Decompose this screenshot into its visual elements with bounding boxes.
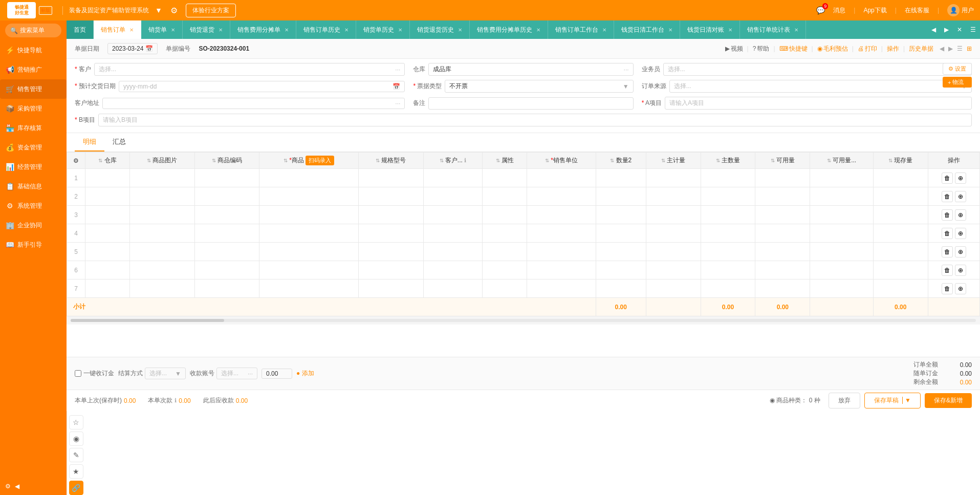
date-field[interactable]: 2023-03-24 📅 — [107, 43, 158, 54]
save-draft-btn[interactable]: 保存草稿 ▼ — [864, 393, 921, 408]
row-copy-btn[interactable]: ⊕ — [955, 209, 966, 221]
salesperson-input[interactable]: 选择... ··· — [663, 63, 972, 76]
view-grid-btn[interactable]: ⊞ — [967, 45, 972, 52]
footer-amount[interactable]: 0.00 — [262, 369, 292, 379]
tab-close-icon[interactable]: ✕ — [728, 27, 732, 33]
col-settings-header[interactable]: ⚙ — [67, 153, 85, 169]
row-copy-btn[interactable]: ⊕ — [955, 228, 966, 239]
user-menu[interactable]: 👤 用户 — [947, 4, 974, 16]
row-copy-btn[interactable]: ⊕ — [955, 246, 966, 257]
row-copy-btn[interactable]: ⊕ — [955, 191, 966, 202]
row-delete-btn[interactable]: 🗑 — [942, 173, 953, 184]
save-draft-dropdown-icon[interactable]: ▼ — [902, 397, 911, 404]
customer-ellipsis[interactable]: ··· — [395, 66, 400, 73]
discard-btn[interactable]: 放弃 — [829, 393, 860, 408]
invoice-type-select[interactable]: 不开票 ▼ — [445, 80, 633, 93]
industry-btn[interactable]: 体验行业方案 — [186, 4, 236, 17]
tab-menu-btn[interactable]: ☰ — [966, 26, 980, 33]
col-available2-header[interactable]: ⇅ 可用量... — [810, 153, 873, 169]
col-stock-header[interactable]: ⇅ 现存量 — [873, 153, 928, 169]
sidebar-item-finance[interactable]: 💰 资金管理 — [0, 138, 67, 157]
tab-sales-return[interactable]: 销货退货 ✕ — [183, 20, 230, 39]
warehouse-input[interactable]: 成品库 ··· — [428, 63, 633, 76]
one-click-checkbox[interactable]: 一键收订金 — [75, 369, 114, 378]
tab-expense-history[interactable]: 销售费用分摊单历史 ✕ — [470, 20, 548, 39]
print-link[interactable]: 🖨 打印 — [858, 45, 877, 53]
tab-close-icon[interactable]: ✕ — [668, 27, 672, 33]
tab-close-all-btn[interactable]: ✕ — [953, 26, 966, 33]
tab-detail[interactable]: 明细 — [75, 133, 104, 152]
row-delete-btn[interactable]: 🗑 — [942, 265, 953, 276]
col-available-header[interactable]: ⇅ 可用量 — [755, 153, 810, 169]
tab-next-btn[interactable]: ▶ — [940, 26, 953, 33]
payment-method-select[interactable]: 选择... ▼ — [145, 368, 186, 379]
history-link[interactable]: 历史单据 — [909, 45, 933, 53]
sidebar-item-marketing[interactable]: 📢 营销推广 — [0, 60, 67, 79]
sidebar-item-operations[interactable]: 📊 经营管理 — [0, 157, 67, 177]
warehouse-ellipsis[interactable]: ··· — [624, 66, 629, 73]
profit-link[interactable]: ◉ 毛利预估 — [817, 45, 848, 53]
a-project-input[interactable]: 请输入A项目 — [665, 97, 972, 110]
col-unit-header[interactable]: ⇅ *销售单位 — [527, 153, 596, 169]
sidebar-item-system[interactable]: ⚙ 系统管理 — [0, 196, 67, 216]
col-main-unit-header[interactable]: ⇅ 主计量 — [646, 153, 701, 169]
scrollbar-thumb[interactable] — [71, 319, 224, 322]
delivery-date-input[interactable]: yyyy-mm-dd 📅 — [119, 81, 405, 92]
one-click-checkbox-input[interactable] — [75, 370, 81, 377]
tab-sales-order-history[interactable]: 销售订单历史 ✕ — [296, 20, 356, 39]
tab-home[interactable]: 首页 — [67, 20, 94, 39]
online-service-link[interactable]: 在线客服 — [905, 6, 929, 15]
operation-link[interactable]: 操作 — [887, 45, 899, 53]
col-product-image-header[interactable]: ⇅ 商品图片 — [129, 153, 194, 169]
row-delete-btn[interactable]: 🗑 — [942, 228, 953, 239]
tab-close-icon[interactable]: ✕ — [285, 27, 289, 33]
remarks-input[interactable] — [428, 97, 633, 110]
sidebar-item-enterprise[interactable]: 🏢 企业协同 — [0, 216, 67, 235]
nav-prev-btn[interactable]: ◀ — [940, 45, 944, 52]
shortcut-link[interactable]: ⌨ 快捷键 — [779, 45, 808, 53]
tab-sales-list-history[interactable]: 销货单历史 ✕ — [356, 20, 410, 39]
tab-prev-btn[interactable]: ◀ — [927, 26, 940, 33]
message-label[interactable]: 消息 — [833, 6, 845, 15]
settings-form-btn[interactable]: ⚙ 设置 — [943, 63, 972, 75]
right-panel-btn-5[interactable]: 🔗 — [69, 481, 83, 495]
nav-next-btn[interactable]: ▶ — [948, 45, 953, 52]
tab-daily-workbench[interactable]: 钱货日清工作台 ✕ — [614, 20, 680, 39]
app-download-link[interactable]: App下载 — [863, 6, 886, 15]
col-customer-code-header[interactable]: ⇅ 客户... ℹ — [423, 153, 483, 169]
right-panel-btn-3[interactable]: ✎ — [69, 448, 83, 462]
receipt-account-select[interactable]: 选择... ··· — [216, 368, 257, 379]
save-new-btn[interactable]: 保存&新增 — [925, 393, 972, 408]
sidebar-item-quick-nav[interactable]: ⚡ 快捷导航 — [0, 40, 67, 60]
tab-close-icon[interactable]: ✕ — [219, 27, 223, 33]
col-product-code-header[interactable]: ⇅ 商品编码 — [194, 153, 259, 169]
receipt-ellipsis[interactable]: ··· — [248, 370, 253, 377]
row-copy-btn[interactable]: ⊕ — [955, 265, 966, 276]
b-project-input[interactable]: 请输入B项目 — [98, 114, 972, 126]
message-icon-wrap[interactable]: 💬 9 — [816, 6, 825, 14]
customer-address-input[interactable]: ··· — [102, 98, 405, 109]
row-delete-btn[interactable]: 🗑 — [942, 246, 953, 257]
sidebar-item-inventory[interactable]: 🏪 库存核算 — [0, 118, 67, 138]
search-menu-btn[interactable]: 🔍 搜索菜单 — [5, 24, 61, 37]
tab-sales-order[interactable]: 销售订单 ✕ — [94, 20, 141, 39]
row-copy-btn[interactable]: ⊕ — [955, 173, 966, 184]
settings-icon[interactable]: ⚙ — [170, 6, 178, 15]
col-qty2-header[interactable]: ⇅ 数量2 — [596, 153, 646, 169]
sidebar-item-guide[interactable]: 📖 新手引导 — [0, 235, 67, 254]
right-panel-btn-2[interactable]: ◉ — [69, 432, 83, 446]
tab-close-icon[interactable]: ✕ — [129, 27, 134, 33]
tab-summary[interactable]: 汇总 — [104, 133, 134, 152]
address-ellipsis[interactable]: ··· — [395, 100, 400, 107]
sidebar-item-basic-info[interactable]: 📋 基础信息 — [0, 177, 67, 196]
tab-close-icon[interactable]: ✕ — [171, 27, 175, 33]
sidebar-item-sales[interactable]: 🛒 销售管理 — [0, 79, 67, 99]
tab-close-icon[interactable]: ✕ — [536, 27, 540, 33]
row-delete-btn[interactable]: 🗑 — [942, 191, 953, 202]
col-attribute-header[interactable]: ⇅ 属性 — [483, 153, 527, 169]
scan-btn[interactable]: 扫码录入 — [306, 156, 334, 165]
col-main-qty-header[interactable]: ⇅ 主数量 — [701, 153, 755, 169]
col-spec-header[interactable]: ⇅ 规格型号 — [358, 153, 423, 169]
tab-daily-reconcile[interactable]: 钱货日清对账 ✕ — [680, 20, 740, 39]
tab-close-icon[interactable]: ✕ — [458, 27, 462, 33]
